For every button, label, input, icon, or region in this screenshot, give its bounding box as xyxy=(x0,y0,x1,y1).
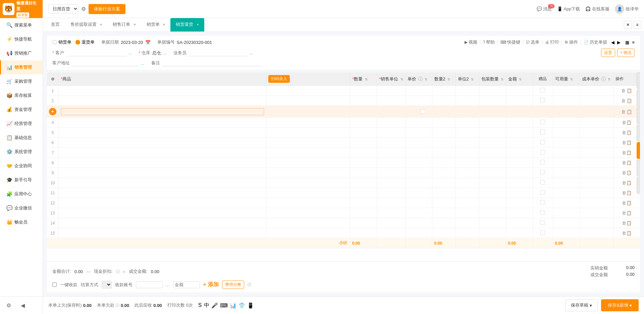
right-btn-6[interactable] xyxy=(637,160,640,176)
debt-help-icon[interactable]: ⓘ xyxy=(116,303,119,308)
copy-icon[interactable]: 📋 xyxy=(626,180,632,185)
row-product[interactable] xyxy=(59,158,266,168)
gift-checkbox[interactable] xyxy=(540,220,545,225)
delete-icon[interactable]: 🗑 xyxy=(622,180,626,185)
row-product[interactable] xyxy=(59,198,266,208)
row-price[interactable] xyxy=(405,96,432,106)
tab-delivery[interactable]: 销货单 × xyxy=(141,18,170,32)
sidebar-item-marketing[interactable]: 📢 营销推广 xyxy=(0,46,43,60)
copy-icon[interactable]: 📋 xyxy=(626,231,632,236)
tab-close-price[interactable]: × xyxy=(100,22,102,26)
qty2-sort-icon[interactable]: ⇅ xyxy=(447,77,450,81)
gift-checkbox[interactable] xyxy=(540,98,545,103)
row-product[interactable] xyxy=(59,118,266,128)
gift-checkbox[interactable] xyxy=(540,170,545,175)
calc-method-select[interactable] xyxy=(102,281,112,289)
sidebar-item-basic[interactable]: 📋 基础信息 xyxy=(0,131,43,145)
row-product[interactable] xyxy=(59,168,266,178)
online-service-link[interactable]: 🎧 在线客服 xyxy=(585,6,609,12)
footer-icon-7[interactable]: 📱 xyxy=(247,302,254,309)
copy-icon[interactable]: 📋 xyxy=(626,150,632,155)
discount-help-icon[interactable]: ⓘ xyxy=(116,269,120,274)
tab-menu-button[interactable]: ≡ xyxy=(633,21,641,29)
user-area[interactable]: 👤 徐泽华 xyxy=(615,4,639,14)
chevron-down-icon-2[interactable]: ▾ xyxy=(630,303,632,308)
row-pkg[interactable] xyxy=(479,86,506,96)
price-sort-icon[interactable]: ⇅ xyxy=(425,77,427,81)
tab-sales-order[interactable]: 销售订单 × xyxy=(107,18,141,32)
price-help-icon[interactable]: ⓘ xyxy=(418,76,423,81)
sidebar-item-enterprise[interactable]: 🤝 企业协同 xyxy=(0,159,43,173)
tab-return[interactable]: 销货退货 × xyxy=(170,18,204,32)
row-product[interactable] xyxy=(59,208,266,218)
row-qty2[interactable] xyxy=(432,86,455,96)
save-draft-button[interactable]: 保存草稿 ▾ xyxy=(565,299,598,311)
address-input[interactable] xyxy=(72,60,139,66)
row-product[interactable] xyxy=(59,96,266,106)
industry-select[interactable]: 日用百货 xyxy=(48,4,78,13)
avail-sort-icon[interactable]: ⇅ xyxy=(570,77,573,81)
row-avail[interactable] xyxy=(553,96,580,106)
tab-close-all-button[interactable]: ✕ xyxy=(624,21,632,29)
delete-icon[interactable]: 🗑 xyxy=(622,130,626,135)
radio-delivery[interactable]: 销货单 xyxy=(52,39,71,45)
row-qty[interactable] xyxy=(350,86,377,96)
one-click-payment-checkbox[interactable] xyxy=(52,282,57,287)
gift-checkbox[interactable] xyxy=(540,190,545,195)
sidebar-item-wechat[interactable]: 💬 企业微信 xyxy=(0,201,43,215)
row-product[interactable] xyxy=(59,148,266,158)
delete-icon[interactable]: 🗑 xyxy=(622,200,626,205)
sidebar-settings-button[interactable]: ⚙ xyxy=(3,300,14,311)
nav-prev-icon[interactable]: ◀ xyxy=(611,40,614,45)
amount-input[interactable] xyxy=(173,281,200,288)
account-dots[interactable]: ... xyxy=(166,282,170,287)
right-btn-5-highlight[interactable] xyxy=(637,142,640,159)
gift-checkbox[interactable] xyxy=(540,88,545,92)
row-product[interactable] xyxy=(59,138,266,148)
account-input[interactable] xyxy=(136,281,163,288)
settings-button[interactable]: 设置 xyxy=(601,49,615,57)
row-gift[interactable] xyxy=(533,86,553,96)
unit-sort-icon[interactable]: ⇅ xyxy=(400,77,403,81)
cost-sort-icon[interactable]: ⇅ xyxy=(608,77,610,81)
unit2-sort-icon[interactable]: ⇅ xyxy=(471,77,474,81)
row-product[interactable] xyxy=(59,218,266,228)
row-price[interactable] xyxy=(405,86,432,96)
row-amount[interactable] xyxy=(506,86,533,96)
right-btn-4[interactable] xyxy=(637,125,640,141)
add-row-button[interactable]: + xyxy=(49,108,56,115)
delete-icon[interactable]: 🗑 xyxy=(622,120,626,125)
delete-icon[interactable]: 🗑 xyxy=(622,140,626,145)
tab-close-sales-order[interactable]: × xyxy=(133,22,136,26)
tab-home[interactable]: 首页 xyxy=(46,18,65,32)
copy-icon[interactable]: 📋 xyxy=(626,160,632,165)
row-add-btn[interactable]: + xyxy=(47,106,59,118)
row-unit[interactable] xyxy=(377,86,405,96)
row-product[interactable] xyxy=(59,228,266,238)
sidebar-item-purchase[interactable]: 🛒 采购管理 xyxy=(0,74,43,88)
copy-icon[interactable]: 📋 xyxy=(626,130,632,135)
row-pkg[interactable] xyxy=(479,96,506,106)
copy-icon[interactable]: 📋 xyxy=(626,200,632,205)
sidebar-item-inventory[interactable]: 📦 库存核算 xyxy=(0,88,43,103)
salesperson-input[interactable] xyxy=(189,50,248,56)
message-badge[interactable]: 💬 消息 70 xyxy=(537,6,552,12)
copy-icon[interactable]: 📋 xyxy=(626,190,632,195)
trial-button[interactable]: 体验行业方案 xyxy=(89,4,125,14)
copy-icon[interactable]: 📋 xyxy=(626,170,632,175)
copy-icon[interactable]: 📋 xyxy=(627,98,632,103)
operate-btn[interactable]: ⚙ 操作 xyxy=(565,39,578,45)
radio-return[interactable]: 退货单 xyxy=(75,39,95,45)
tab-price-setting[interactable]: 售价提取设置 × xyxy=(65,18,107,32)
delete-icon[interactable]: 🗑 xyxy=(621,88,626,93)
sidebar-item-system[interactable]: ⚙️ 系统管理 xyxy=(0,145,43,159)
gift-checkbox[interactable] xyxy=(540,150,545,154)
row-unit2[interactable] xyxy=(455,86,479,96)
select-btn[interactable]: ☑ 选单 xyxy=(526,39,539,45)
row-qty2[interactable] xyxy=(432,96,455,106)
nav-next-icon[interactable]: ▶ xyxy=(617,40,621,45)
footer-icon-2[interactable]: 中 xyxy=(204,302,209,309)
calendar-icon[interactable]: 📅 xyxy=(145,40,151,45)
sidebar-item-search[interactable]: 🔍 搜索菜单 xyxy=(0,18,43,32)
tab-close-return[interactable]: × xyxy=(197,22,199,26)
